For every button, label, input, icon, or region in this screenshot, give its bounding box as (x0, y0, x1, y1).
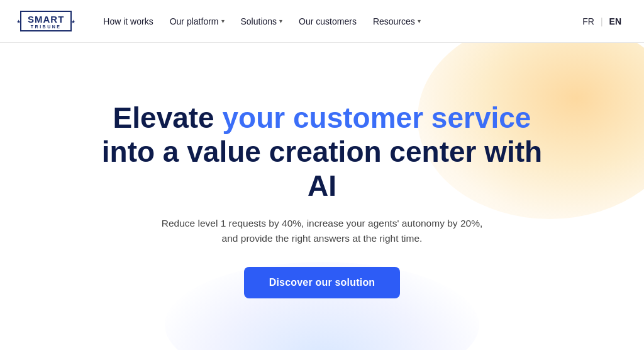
language-switcher: FR | EN (580, 14, 624, 29)
lang-en[interactable]: EN (607, 14, 624, 29)
hero-subtitle-line1: Reduce level 1 requests by 40%, increase… (162, 218, 482, 229)
hero-title: Elevate your customer service into a val… (86, 101, 558, 203)
cta-discover-button[interactable]: Discover our solution (244, 267, 401, 298)
nav-item-solutions[interactable]: Solutions ▾ (235, 11, 289, 31)
nav-item-our-platform[interactable]: Our platform ▾ (164, 11, 231, 31)
hero-section: Elevate your customer service into a val… (0, 43, 644, 350)
nav-item-how-it-works[interactable]: How it works (97, 11, 159, 31)
logo-smart: SMART (28, 14, 64, 24)
nav-item-our-customers[interactable]: Our customers (292, 11, 363, 31)
lang-separator: | (601, 16, 603, 26)
nav-item-resources[interactable]: Resources ▾ (367, 11, 427, 31)
nav-links: How it works Our platform ▾ Solutions ▾ … (97, 11, 580, 31)
hero-title-start: Elevate (113, 101, 223, 134)
chevron-down-icon: ▾ (279, 18, 282, 25)
hero-content: Elevate your customer service into a val… (86, 101, 558, 298)
chevron-down-icon: ▾ (418, 18, 421, 25)
hero-title-highlight: your customer service (223, 101, 531, 134)
hero-title-end: into a value creation center with AI (102, 135, 542, 202)
lang-fr[interactable]: FR (580, 14, 597, 29)
hero-subtitle: Reduce level 1 requests by 40%, increase… (86, 216, 558, 247)
hero-subtitle-line2: and provide the right answers at the rig… (222, 233, 423, 244)
logo-tribune: TRIBUNE (31, 25, 62, 29)
navbar: SMART TRIBUNE How it works Our platform … (0, 0, 644, 43)
logo[interactable]: SMART TRIBUNE (20, 11, 72, 31)
chevron-down-icon: ▾ (221, 18, 225, 25)
